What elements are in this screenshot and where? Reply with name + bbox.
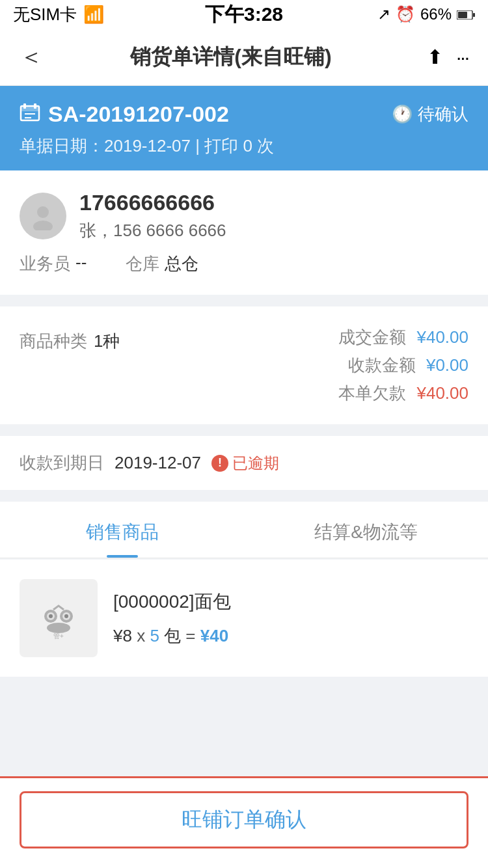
svg-rect-2: [473, 13, 475, 17]
tab-label-1: 销售商品: [86, 522, 159, 542]
product-thumbnail: 管+: [20, 579, 98, 657]
tabs-section: 销售商品 结算&物流等: [0, 502, 488, 558]
tab-sales-products[interactable]: 销售商品: [0, 502, 244, 558]
quantity: 5: [150, 626, 159, 645]
svg-point-15: [49, 614, 53, 618]
balance-value: ¥40.00: [416, 383, 468, 403]
back-button[interactable]: ＜: [20, 41, 59, 73]
svg-text:管+: 管+: [53, 632, 64, 640]
location-icon: ↗: [377, 5, 390, 23]
salesperson-item: 业务员 --: [20, 252, 87, 275]
product-price-row: ¥8 x 5 包 = ¥40: [113, 625, 468, 647]
confirm-button[interactable]: 旺铺订单确认: [20, 791, 468, 848]
amounts: 成交金额 ¥40.00 收款金额 ¥0.00 本单欠款 ¥40.00: [338, 326, 468, 405]
salesperson-label: 业务员: [20, 252, 70, 275]
customer-section: 17666666666 张，156 6666 6666 业务员 -- 仓库 总仓: [0, 170, 488, 295]
amount-row-3: 本单欠款 ¥40.00: [338, 382, 468, 405]
unit: 包: [164, 626, 181, 645]
status-right: ↗ ⏰ 66%: [377, 5, 475, 23]
overdue-text: 已逾期: [232, 453, 279, 474]
status-bar: 无SIM卡 📶 下午3:28 ↗ ⏰ 66%: [0, 0, 488, 29]
clock-icon: 🕐: [392, 104, 413, 124]
warehouse-value: 总仓: [165, 252, 198, 275]
equals-sign: =: [185, 626, 200, 645]
svg-point-17: [47, 623, 70, 633]
avatar: [20, 193, 66, 239]
status-time: 下午3:28: [205, 1, 283, 28]
product-info: [0000002]面包 ¥8 x 5 包 = ¥40: [113, 590, 468, 647]
product-section: 管+ [0000002]面包 ¥8 x 5 包 = ¥40: [0, 560, 488, 677]
share-icon[interactable]: ⬆: [427, 46, 443, 68]
customer-info: 17666666666 张，156 6666 6666: [79, 190, 226, 242]
tabs-row: 销售商品 结算&物流等: [0, 502, 488, 558]
due-section: 收款到期日 2019-12-07 ! 已逾期: [0, 436, 488, 490]
multiply-sign: x: [137, 626, 150, 645]
warehouse-label: 仓库: [126, 252, 159, 275]
order-icon: [20, 102, 40, 127]
due-date: 2019-12-07: [115, 453, 201, 473]
svg-point-9: [37, 206, 49, 218]
warehouse-item: 仓库 总仓: [126, 252, 198, 275]
summary-row: 商品种类 1种 成交金额 ¥40.00 收款金额 ¥0.00 本单欠款 ¥40.…: [20, 326, 468, 405]
product-name: [0000002]面包: [113, 590, 468, 614]
customer-contact: 张，156 6666 6666: [79, 219, 226, 242]
more-icon[interactable]: ···: [456, 46, 468, 68]
battery-percent: 66%: [420, 5, 452, 23]
tab-label-2: 结算&物流等: [314, 522, 418, 542]
alarm-icon: ⏰: [396, 5, 415, 23]
customer-meta: 业务员 -- 仓库 总仓: [20, 252, 468, 275]
product-type-label: 商品种类: [20, 330, 87, 353]
battery-icon: [457, 5, 475, 23]
svg-rect-8: [34, 103, 36, 109]
customer-row: 17666666666 张，156 6666 6666: [20, 190, 468, 242]
tab-settlement[interactable]: 结算&物流等: [244, 502, 488, 558]
due-label: 收款到期日: [20, 452, 104, 474]
divider-3: [0, 491, 488, 502]
amount-row-2: 收款金额 ¥0.00: [348, 354, 468, 377]
overdue-badge: ! 已逾期: [211, 453, 279, 474]
product-type-value: 1种: [94, 330, 120, 353]
tab-indicator: [107, 555, 138, 558]
divider-1: [0, 296, 488, 306]
svg-rect-7: [23, 103, 26, 109]
svg-point-16: [64, 614, 68, 618]
carrier-text: 无SIM卡: [13, 3, 77, 26]
order-status: 🕐 待确认: [392, 103, 468, 126]
salesperson-value: --: [75, 252, 87, 275]
status-left: 无SIM卡 📶: [13, 3, 104, 26]
order-header-card: SA-20191207-002 🕐 待确认 单据日期：2019-12-07 | …: [0, 86, 488, 170]
amount-label: 成交金额: [338, 326, 406, 349]
summary-section: 商品种类 1种 成交金额 ¥40.00 收款金额 ¥0.00 本单欠款 ¥40.…: [0, 306, 488, 424]
balance-label: 本单欠款: [338, 382, 406, 405]
amount-row-1: 成交金额 ¥40.00: [338, 326, 468, 349]
order-id: SA-20191207-002: [20, 102, 229, 127]
status-text: 待确认: [418, 103, 468, 126]
product-type: 商品种类 1种: [20, 330, 120, 353]
overdue-icon: !: [211, 455, 228, 472]
svg-rect-1: [458, 12, 467, 18]
nav-actions: ⬆ ···: [403, 46, 468, 68]
payment-value: ¥0.00: [426, 355, 468, 375]
svg-point-10: [33, 221, 53, 230]
amount-value: ¥40.00: [416, 327, 468, 347]
unit-price: ¥8: [113, 626, 132, 645]
wifi-icon: 📶: [83, 5, 104, 25]
nav-bar: ＜ 销货单详情(来自旺铺) ⬆ ···: [0, 29, 488, 86]
customer-phone: 17666666666: [79, 190, 226, 215]
payment-label: 收款金额: [348, 354, 416, 377]
product-item: 管+ [0000002]面包 ¥8 x 5 包 = ¥40: [0, 560, 488, 677]
order-id-text: SA-20191207-002: [48, 102, 229, 127]
divider-2: [0, 426, 488, 436]
bottom-bar: 旺铺订单确认: [0, 776, 488, 868]
page-title: 销货单详情(来自旺铺): [59, 43, 403, 72]
total-price: ¥40: [200, 626, 228, 645]
order-id-row: SA-20191207-002 🕐 待确认: [20, 102, 468, 127]
order-date: 单据日期：2019-12-07 | 打印 0 次: [20, 135, 468, 157]
